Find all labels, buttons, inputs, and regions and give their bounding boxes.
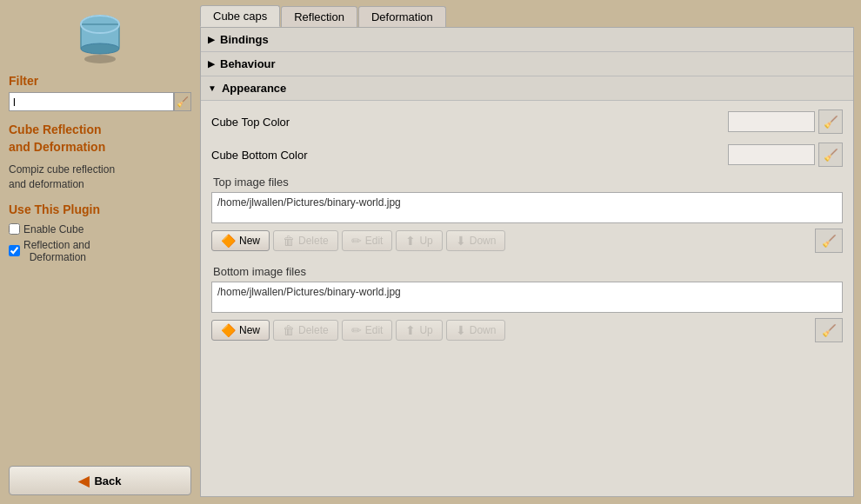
delete-icon-bottom: 🗑 (283, 323, 295, 337)
appearance-section-content: Cube Top Color 🧹 Cube Bottom Color (201, 101, 853, 363)
delete-icon-top: 🗑 (283, 234, 295, 248)
top-up-label: Up (419, 235, 432, 247)
cube-bottom-color-clear-button[interactable]: 🧹 (818, 143, 843, 167)
tab-reflection[interactable]: Reflection (281, 6, 357, 27)
plugin-options-list: Enable Cube Reflection and Deformation (9, 223, 191, 263)
enable-cube-option[interactable]: Enable Cube (9, 223, 191, 235)
enable-cube-checkbox[interactable] (9, 223, 20, 235)
bottom-edit-button[interactable]: ✏ Edit (342, 320, 393, 341)
bottom-up-label: Up (419, 324, 432, 336)
top-delete-label: Delete (298, 235, 329, 247)
reflection-deformation-option[interactable]: Reflection and Deformation (9, 239, 191, 263)
top-toolbar-right: 🧹 (815, 229, 843, 253)
bottom-image-files-list: /home/jlwallen/Pictures/binary-world.jpg (211, 282, 843, 313)
filter-clear-button[interactable]: 🧹 (174, 92, 191, 111)
cube-bottom-color-label: Cube Bottom Color (211, 149, 728, 162)
broom-icon-bottom: 🧹 (824, 149, 838, 162)
cube-top-color-box[interactable] (728, 111, 815, 132)
top-down-button[interactable]: ⬇ Down (446, 230, 506, 251)
bottom-edit-label: Edit (365, 324, 384, 336)
bottom-image-files-label: Bottom image files (211, 265, 843, 278)
appearance-arrow-icon: ▼ (208, 83, 217, 93)
tab-deformation[interactable]: Deformation (358, 6, 446, 27)
down-icon-top: ⬇ (456, 234, 466, 248)
svg-point-4 (84, 55, 116, 63)
appearance-section-label: Appearance (222, 82, 286, 95)
top-down-label: Down (470, 235, 497, 247)
top-delete-button[interactable]: 🗑 Delete (273, 230, 338, 251)
plugin-description: Compiz cube reflection and deformation (9, 162, 191, 192)
bottom-toolbar-right: 🧹 (815, 318, 843, 342)
sidebar: Filter 🧹 Cube Reflection and Deformation… (0, 0, 200, 504)
top-image-files-label: Top image files (211, 176, 843, 189)
top-image-files-list: /home/jlwallen/Pictures/binary-world.jpg (211, 192, 843, 223)
broom-icon-bottom-toolbar: 🧹 (822, 324, 837, 337)
top-broom-button[interactable]: 🧹 (815, 229, 843, 253)
behaviour-arrow-icon: ▶ (208, 59, 215, 69)
new-icon-top: 🔶 (221, 234, 236, 248)
cube-bottom-color-row: Cube Bottom Color 🧹 (211, 143, 843, 167)
top-new-button[interactable]: 🔶 New (211, 230, 270, 251)
reflection-deformation-checkbox[interactable] (9, 245, 20, 256)
behaviour-section-header[interactable]: ▶ Behaviour (201, 52, 853, 76)
filter-input[interactable] (9, 92, 174, 111)
up-icon-bottom: ⬆ (405, 323, 416, 337)
bottom-delete-button[interactable]: 🗑 Delete (273, 320, 338, 341)
broom-icon-top: 🧹 (824, 116, 838, 129)
edit-icon-top: ✏ (351, 234, 362, 248)
svg-point-2 (81, 43, 119, 54)
bindings-section-label: Bindings (220, 33, 269, 46)
bottom-broom-button[interactable]: 🧹 (815, 318, 843, 342)
cube-top-color-clear-button[interactable]: 🧹 (818, 109, 843, 134)
cube-bottom-color-input-group: 🧹 (728, 143, 843, 167)
broom-icon-top-toolbar: 🧹 (822, 235, 837, 248)
enable-cube-label: Enable Cube (23, 223, 83, 235)
behaviour-section-label: Behaviour (220, 57, 276, 70)
content-area: Cube caps Reflection Deformation ▶ Bindi… (200, 0, 861, 504)
bottom-delete-label: Delete (298, 324, 329, 336)
tab-cube-caps[interactable]: Cube caps (200, 5, 280, 27)
tab-panel: ▶ Bindings ▶ Behaviour ▼ Appearance Cube… (200, 27, 854, 497)
top-image-files-section: Top image files /home/jlwallen/Pictures/… (211, 176, 843, 253)
back-button[interactable]: ◀ Back (9, 466, 191, 495)
top-up-button[interactable]: ⬆ Up (396, 230, 442, 251)
new-icon-bottom: 🔶 (221, 323, 236, 337)
broom-icon: 🧹 (177, 96, 189, 108)
bottom-down-label: Down (470, 324, 497, 336)
sidebar-bottom: ◀ Back (9, 457, 191, 495)
top-edit-label: Edit (365, 235, 384, 247)
use-plugin-label: Use This Plugin (9, 202, 191, 216)
bindings-section-header[interactable]: ▶ Bindings (201, 28, 853, 52)
bottom-up-button[interactable]: ⬆ Up (396, 320, 442, 341)
bottom-new-label: New (239, 324, 260, 336)
bottom-new-button[interactable]: 🔶 New (211, 320, 270, 341)
bottom-down-button[interactable]: ⬇ Down (446, 320, 506, 341)
back-button-label: Back (94, 474, 121, 487)
top-new-label: New (239, 235, 260, 247)
cube-top-color-label: Cube Top Color (211, 116, 728, 129)
filter-label: Filter (9, 74, 191, 88)
bottom-image-file-item[interactable]: /home/jlwallen/Pictures/binary-world.jpg (217, 286, 837, 298)
bottom-image-files-section: Bottom image files /home/jlwallen/Pictur… (211, 265, 843, 342)
up-icon-top: ⬆ (405, 234, 416, 248)
bottom-image-toolbar: 🔶 New 🗑 Delete ✏ Edit ⬆ (211, 318, 843, 342)
cube-top-color-row: Cube Top Color 🧹 (211, 109, 843, 134)
down-icon-bottom: ⬇ (456, 323, 466, 337)
tabs-row: Cube caps Reflection Deformation (200, 5, 854, 27)
appearance-section-header[interactable]: ▼ Appearance (201, 76, 853, 101)
cube-bottom-color-box[interactable] (728, 144, 815, 165)
reflection-deformation-label: Reflection and Deformation (23, 239, 90, 263)
plugin-title: Cube Reflection and Deformation (9, 122, 191, 156)
top-image-file-item[interactable]: /home/jlwallen/Pictures/binary-world.jpg (217, 196, 837, 209)
bindings-arrow-icon: ▶ (208, 35, 215, 44)
top-edit-button[interactable]: ✏ Edit (342, 230, 393, 251)
back-arrow-icon: ◀ (78, 473, 89, 489)
app-logo (9, 9, 191, 65)
cube-top-color-input-group: 🧹 (728, 109, 843, 134)
edit-icon-bottom: ✏ (351, 323, 362, 337)
top-image-toolbar: 🔶 New 🗑 Delete ✏ Edit ⬆ (211, 229, 843, 253)
